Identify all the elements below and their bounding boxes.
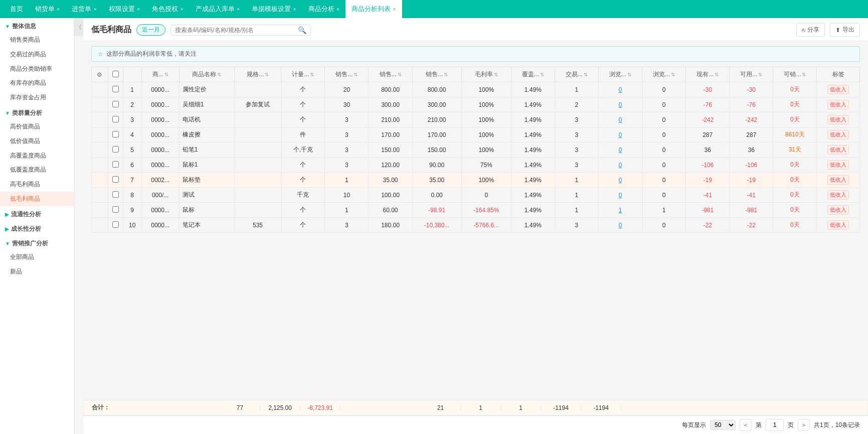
- sidebar-item-low-coverage[interactable]: 低覆盖度商品: [0, 163, 74, 177]
- search-input[interactable]: [175, 27, 298, 34]
- nav-finished-goods[interactable]: 产成品入库单×: [190, 0, 246, 18]
- sidebar-section-overall[interactable]: ▼ 整体信息: [0, 18, 74, 33]
- row-browse1[interactable]: 0: [598, 218, 642, 233]
- row-checkbox[interactable]: [108, 142, 123, 158]
- close-icon[interactable]: ×: [393, 6, 396, 12]
- th-name[interactable]: 商品名称⇅: [179, 67, 234, 82]
- row-browse1[interactable]: 0: [598, 127, 642, 142]
- search-icon[interactable]: 🔍: [298, 26, 306, 34]
- row-checkbox[interactable]: [108, 173, 123, 188]
- nav-product-analysis-list[interactable]: 商品分析列表×: [345, 0, 402, 18]
- row-checkbox-input[interactable]: [112, 191, 119, 198]
- sidebar-item-traded-goods[interactable]: 交易过的商品: [0, 47, 74, 62]
- row-checkbox-input[interactable]: [112, 161, 119, 168]
- sidebar-section-marketing[interactable]: ▼ 营销推广分析: [0, 235, 74, 250]
- close-icon[interactable]: ×: [180, 6, 183, 12]
- sidebar-item-stock-capital[interactable]: 库存资金占用: [0, 90, 74, 105]
- row-checkbox-input[interactable]: [112, 176, 119, 183]
- filter-recent-month-button[interactable]: 近一月: [136, 24, 165, 36]
- row-checkbox-input[interactable]: [112, 86, 119, 92]
- row-browse1[interactable]: 0: [598, 82, 642, 97]
- collapse-sidebar-button[interactable]: 《: [74, 18, 83, 36]
- row-browse1[interactable]: 0: [598, 173, 642, 188]
- export-button[interactable]: ⬆ 导出: [830, 23, 860, 37]
- share-button[interactable]: ⎋ 分享: [796, 23, 825, 37]
- close-icon[interactable]: ×: [93, 6, 96, 12]
- row-checkbox[interactable]: [108, 203, 123, 218]
- row-browse1[interactable]: 0: [598, 112, 642, 127]
- sidebar-item-all-goods[interactable]: 全部商品: [0, 250, 74, 264]
- nav-purchase-order[interactable]: 进货单×: [66, 0, 102, 18]
- row-checkbox-input[interactable]: [112, 146, 119, 153]
- nav-template-settings[interactable]: 单据模板设置×: [246, 0, 302, 18]
- page-number-input[interactable]: [766, 419, 784, 431]
- row-browse1[interactable]: 1: [598, 203, 642, 218]
- th-trade-count[interactable]: 交易...⇅: [555, 67, 598, 82]
- row-checkbox-input[interactable]: [112, 116, 119, 122]
- row-checkbox[interactable]: [108, 127, 123, 142]
- th-saleable[interactable]: 可销...⇅: [773, 67, 817, 82]
- th-sales-gross[interactable]: 销售...⇅: [412, 67, 461, 82]
- th-settings[interactable]: ⚙: [92, 67, 108, 82]
- nav-role-auth[interactable]: 角色授权×: [146, 0, 189, 18]
- nav-product-analysis[interactable]: 商品分析×: [302, 0, 345, 18]
- close-icon[interactable]: ×: [137, 6, 140, 12]
- close-icon[interactable]: ×: [57, 6, 60, 12]
- settings-icon[interactable]: ⚙: [97, 71, 102, 78]
- row-checkbox[interactable]: [108, 97, 123, 112]
- row-checkbox-input[interactable]: [112, 206, 119, 213]
- pagination-summary: 共1页，10条记录: [814, 421, 860, 429]
- next-page-button[interactable]: ＞: [798, 419, 810, 431]
- row-sales-price: 120.00: [369, 158, 412, 173]
- page-label: 第: [756, 421, 762, 429]
- th-spec[interactable]: 规格...⇅: [234, 67, 281, 82]
- th-checkbox[interactable]: [108, 67, 123, 82]
- sidebar-item-category-sales-rate[interactable]: 商品分类助销率: [0, 62, 74, 76]
- row-checkbox[interactable]: [108, 158, 123, 173]
- sidebar-item-high-value[interactable]: 高价值商品: [0, 119, 74, 134]
- nav-home[interactable]: 首页: [4, 0, 29, 18]
- row-checkbox[interactable]: [108, 188, 123, 203]
- sidebar-item-stock-goods[interactable]: 有库存的商品: [0, 76, 74, 90]
- row-browse1[interactable]: 0: [598, 97, 642, 112]
- row-checkbox[interactable]: [108, 218, 123, 233]
- sidebar-section-cluster[interactable]: ▼ 类群量分析: [0, 105, 74, 119]
- row-browse1[interactable]: 0: [598, 188, 642, 203]
- sidebar-item-sales-goods[interactable]: 销售类商品: [0, 33, 74, 47]
- th-code[interactable]: 商...⇅: [141, 67, 179, 82]
- sidebar-item-low-value[interactable]: 低价值商品: [0, 134, 74, 149]
- select-all-checkbox[interactable]: [112, 71, 119, 77]
- prev-page-button[interactable]: ＜: [740, 419, 752, 431]
- close-icon[interactable]: ×: [237, 6, 240, 12]
- sidebar-item-low-profit[interactable]: 低毛利商品: [0, 192, 74, 206]
- row-cover-rate: 1.49%: [511, 97, 555, 112]
- row-browse1[interactable]: 0: [598, 158, 642, 173]
- sidebar-section-flow[interactable]: ▶ 流通性分析: [0, 206, 74, 221]
- sidebar-item-high-profit[interactable]: 高毛利商品: [0, 177, 74, 192]
- th-browse2[interactable]: 浏览...⇅: [642, 67, 686, 82]
- row-browse1[interactable]: 0: [598, 142, 642, 158]
- th-browse1[interactable]: 浏览...⇅: [598, 67, 642, 82]
- row-checkbox-input[interactable]: [112, 221, 119, 228]
- nav-permission[interactable]: 权限设置×: [103, 0, 146, 18]
- th-current-stock[interactable]: 现有...⇅: [686, 67, 730, 82]
- row-unit: 个: [281, 173, 325, 188]
- close-icon[interactable]: ×: [336, 6, 339, 12]
- sidebar-item-new-goods[interactable]: 新品: [0, 264, 74, 279]
- row-checkbox[interactable]: [108, 112, 123, 127]
- th-cover-rate[interactable]: 覆盖...⇅: [511, 67, 555, 82]
- th-sales-price[interactable]: 销售...⇅: [369, 67, 412, 82]
- row-checkbox[interactable]: [108, 82, 123, 97]
- per-page-select[interactable]: 50 100 200: [710, 420, 736, 430]
- row-checkbox-input[interactable]: [112, 101, 119, 107]
- th-gross-rate[interactable]: 毛利率⇅: [461, 67, 511, 82]
- table-container: ⚙ 商...⇅ 商品名称⇅ 规格...⇅ 计量...⇅ 销售...⇅ 销售...…: [83, 62, 868, 400]
- close-icon[interactable]: ×: [293, 6, 296, 12]
- row-checkbox-input[interactable]: [112, 131, 119, 137]
- sidebar-item-high-coverage[interactable]: 高覆盖度商品: [0, 149, 74, 163]
- nav-sales-order[interactable]: 销货单×: [29, 0, 66, 18]
- th-available[interactable]: 可用...⇅: [730, 67, 773, 82]
- sidebar-section-growth[interactable]: ▶ 成长性分析: [0, 221, 74, 235]
- th-sales-qty[interactable]: 销售...⇅: [325, 67, 369, 82]
- th-unit[interactable]: 计量...⇅: [281, 67, 325, 82]
